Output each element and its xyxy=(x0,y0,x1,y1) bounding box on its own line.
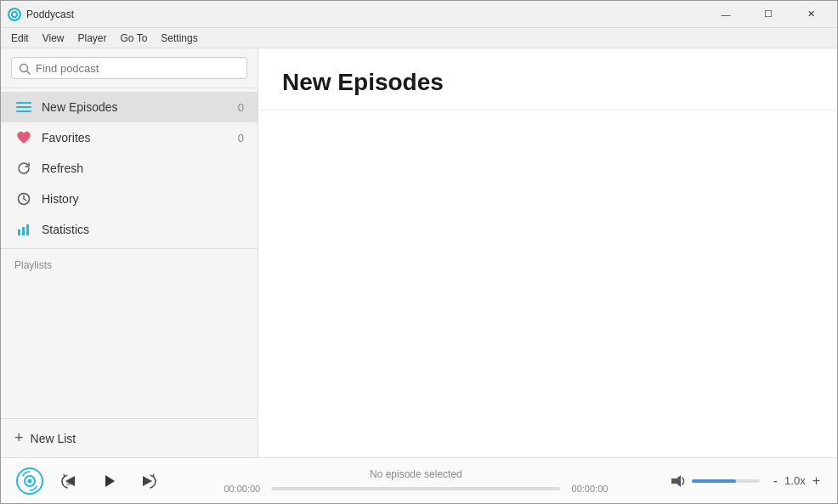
favorites-count: 0 xyxy=(238,132,244,144)
svg-text:30: 30 xyxy=(66,481,72,486)
sidebar-item-new-episodes[interactable]: New Episodes 0 xyxy=(1,92,258,122)
playlists-label: Playlists xyxy=(14,256,244,275)
menu-edit[interactable]: Edit xyxy=(4,31,36,46)
sidebar-item-refresh[interactable]: Refresh xyxy=(1,153,258,184)
playlists-empty xyxy=(1,281,258,418)
search-icon xyxy=(19,61,31,75)
app-title: Poddycast xyxy=(26,8,706,20)
speed-section: - 1.0x + xyxy=(770,472,824,490)
menu-view[interactable]: View xyxy=(36,31,71,46)
svg-point-1 xyxy=(13,13,16,16)
volume-icon xyxy=(670,472,687,490)
sidebar-label-statistics: Statistics xyxy=(42,223,244,236)
svg-rect-10 xyxy=(26,224,29,235)
sidebar-item-favorites[interactable]: Favorites 0 xyxy=(1,122,258,153)
playlists-section: Playlists xyxy=(1,248,258,281)
page-title: New Episodes xyxy=(282,69,813,96)
forward-button[interactable] xyxy=(132,466,162,496)
volume-bar[interactable] xyxy=(692,479,760,483)
nav-section: New Episodes 0 Favorites 0 xyxy=(1,88,258,248)
maximize-button[interactable]: ☐ xyxy=(749,1,788,28)
progress-bar[interactable] xyxy=(271,487,560,490)
player-time-start: 00:00:00 xyxy=(224,484,264,494)
app-icon xyxy=(8,8,21,21)
speed-value: 1.0x xyxy=(784,474,806,487)
player-time-end: 00:00:00 xyxy=(567,484,608,494)
sidebar-label-favorites: Favorites xyxy=(42,131,238,144)
window-controls: — ☐ ✕ xyxy=(706,1,830,28)
volume-bar-fill xyxy=(692,479,736,483)
search-container xyxy=(1,48,258,88)
close-button[interactable]: ✕ xyxy=(791,1,830,28)
svg-point-13 xyxy=(28,479,32,483)
svg-rect-9 xyxy=(22,227,25,235)
main-area: New Episodes 0 Favorites 0 xyxy=(1,48,837,457)
search-box xyxy=(11,57,247,79)
new-list-label: New List xyxy=(31,432,76,445)
player-bar: 30 No episode selected 00:00:00 00:00:00 xyxy=(1,457,837,503)
list-icon xyxy=(14,101,33,113)
content-area: New Episodes xyxy=(258,48,837,457)
title-bar: Poddycast — ☐ ✕ xyxy=(1,1,837,28)
volume-section xyxy=(670,472,760,490)
speed-decrease-button[interactable]: - xyxy=(770,472,781,490)
minimize-button[interactable]: — xyxy=(706,1,745,28)
statistics-icon xyxy=(14,223,33,236)
svg-rect-8 xyxy=(18,229,20,235)
svg-marker-16 xyxy=(671,475,681,487)
menu-settings[interactable]: Settings xyxy=(154,31,204,46)
sidebar-item-statistics[interactable]: Statistics xyxy=(1,214,258,245)
heart-icon xyxy=(14,131,33,144)
sidebar-label-history: History xyxy=(42,192,244,206)
menu-player[interactable]: Player xyxy=(71,31,113,46)
player-status: No episode selected xyxy=(370,468,462,480)
plus-icon: + xyxy=(14,429,24,447)
menu-bar: Edit View Player Go To Settings xyxy=(1,28,837,48)
history-icon xyxy=(14,192,33,206)
sidebar: New Episodes 0 Favorites 0 xyxy=(1,48,258,457)
menu-goto[interactable]: Go To xyxy=(114,31,155,46)
svg-marker-15 xyxy=(105,475,115,487)
sidebar-label-refresh: Refresh xyxy=(42,161,244,175)
new-episodes-count: 0 xyxy=(238,101,244,114)
content-header: New Episodes xyxy=(258,48,837,110)
search-input[interactable] xyxy=(36,62,240,75)
content-body xyxy=(258,110,837,457)
sidebar-item-history[interactable]: History xyxy=(1,184,258,214)
speed-increase-button[interactable]: + xyxy=(809,472,824,490)
rewind-button[interactable]: 30 xyxy=(55,466,86,496)
sidebar-label-new-episodes: New Episodes xyxy=(42,100,238,114)
new-list-button[interactable]: + New List xyxy=(1,418,258,457)
play-button[interactable] xyxy=(96,468,122,494)
refresh-icon xyxy=(14,161,33,175)
player-time-row: 00:00:00 00:00:00 xyxy=(173,484,660,494)
player-progress-section: No episode selected 00:00:00 00:00:00 xyxy=(173,468,660,494)
podcast-icon xyxy=(14,466,45,496)
svg-line-3 xyxy=(27,71,31,75)
